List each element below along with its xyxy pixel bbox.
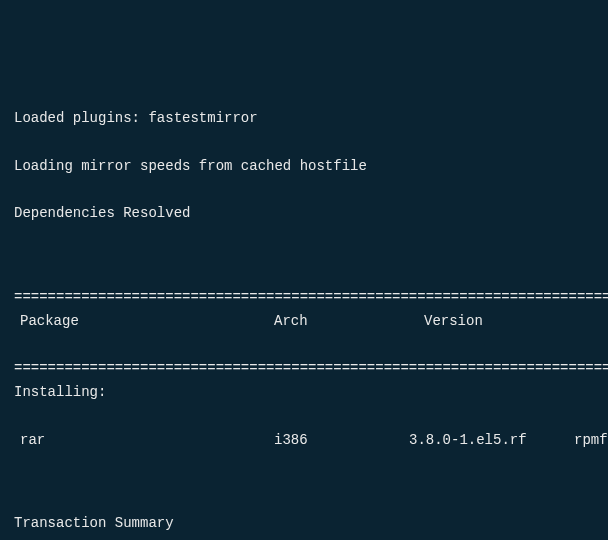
header-package: Package [14,310,274,334]
pkg-arch: i386 [274,429,409,453]
divider-header-bottom: ========================================… [14,360,608,376]
plugins-line: Loaded plugins: fastestmirror [14,107,594,131]
header-version: Version [424,310,574,334]
package-row: rari3863.8.0-1.el5.rfrpmf [14,429,594,453]
header-arch: Arch [274,310,424,334]
pkg-version: 3.8.0-1.el5.rf [409,429,574,453]
loading-mirror-line: Loading mirror speeds from cached hostfi… [14,155,594,179]
pkg-name: rar [14,429,274,453]
installing-label: Installing: [14,381,594,405]
divider-top: ========================================… [14,289,608,305]
transaction-summary-label: Transaction Summary [14,512,594,536]
pkg-repo: rpmf [574,429,608,453]
table-header: PackageArchVersion [14,310,594,334]
dependencies-resolved-line: Dependencies Resolved [14,202,594,226]
